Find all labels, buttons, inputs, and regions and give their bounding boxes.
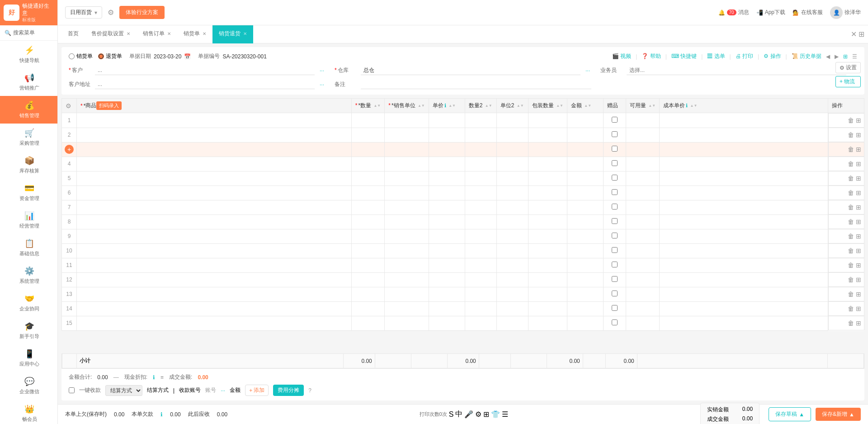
list-view-icon[interactable]: ⊞ bbox=[843, 53, 848, 60]
copy-row-btn-12[interactable]: ⊞ bbox=[856, 276, 861, 283]
qty2-sort-icon[interactable]: ▲▼ bbox=[485, 104, 492, 108]
product-input-3[interactable] bbox=[80, 146, 349, 152]
tab-sales-order[interactable]: 销售订单 ✕ bbox=[137, 25, 177, 43]
account-picker-icon[interactable]: ··· bbox=[221, 387, 225, 394]
tab-sales[interactable]: 销货单 ✕ bbox=[177, 25, 212, 43]
detail-view-icon[interactable]: ☰ bbox=[852, 53, 857, 60]
delete-row-btn-5[interactable]: 🗑 bbox=[848, 175, 854, 182]
sidebar-item-marketing[interactable]: 📢 营销推广 bbox=[0, 68, 57, 96]
copy-row-btn-10[interactable]: ⊞ bbox=[856, 247, 861, 254]
sidebar-item-basic-info[interactable]: 📋 基础信息 bbox=[0, 234, 57, 262]
delete-row-btn-7[interactable]: 🗑 bbox=[848, 204, 854, 211]
tab-return-close-icon[interactable]: ✕ bbox=[243, 31, 247, 36]
sidebar-item-operations[interactable]: 📊 经营管理 bbox=[0, 206, 57, 234]
cost-price-info-icon[interactable]: ℹ bbox=[686, 103, 688, 108]
next-icon[interactable]: ▶ bbox=[835, 53, 839, 60]
pkg-qty-sort-icon[interactable]: ▲▼ bbox=[556, 104, 563, 108]
copy-row-btn-6[interactable]: ⊞ bbox=[856, 189, 861, 196]
warehouse-input[interactable] bbox=[361, 66, 580, 75]
cost-sort-icon[interactable]: ▲▼ bbox=[690, 104, 698, 108]
table-gear-icon[interactable]: ⚙ bbox=[66, 102, 71, 110]
delete-row-btn-11[interactable]: 🗑 bbox=[848, 262, 854, 269]
gift-checkbox-5[interactable] bbox=[612, 175, 618, 181]
tab-price-setting[interactable]: 售价提取设置 ✕ bbox=[85, 25, 137, 43]
copy-row-btn-5[interactable]: ⊞ bbox=[856, 175, 861, 182]
mic-icon[interactable]: 🎤 bbox=[464, 410, 473, 419]
delete-row-btn-14[interactable]: 🗑 bbox=[848, 305, 854, 312]
copy-row-btn-2[interactable]: ⊞ bbox=[856, 131, 861, 138]
available-sort-icon[interactable]: ▲▼ bbox=[648, 104, 656, 108]
price-sort-icon[interactable]: ▲▼ bbox=[448, 104, 456, 108]
delete-row-btn-13[interactable]: 🗑 bbox=[848, 291, 854, 298]
unit-sort-icon[interactable]: ▲▼ bbox=[418, 104, 425, 108]
sidebar-item-member[interactable]: 👑 畅会员 bbox=[0, 400, 57, 424]
sidebar-item-app-center[interactable]: 📱 应用中心 bbox=[0, 344, 57, 372]
online-service-item[interactable]: 💁 在线客服 bbox=[793, 9, 823, 16]
copy-row-btn-14[interactable]: ⊞ bbox=[856, 305, 861, 312]
delete-row-btn-4[interactable]: 🗑 bbox=[848, 160, 854, 167]
topbar-gear-icon[interactable]: ⚙ bbox=[108, 8, 114, 17]
tab-home[interactable]: 首页 bbox=[61, 25, 85, 43]
add-payment-btn[interactable]: + 添加 bbox=[245, 385, 269, 396]
customer-input[interactable] bbox=[95, 66, 315, 75]
unit2-sort-icon[interactable]: ▲▼ bbox=[517, 104, 524, 108]
experience-btn[interactable]: 体验行业方案 bbox=[119, 6, 165, 19]
settings-btn[interactable]: ⚙ 设置 bbox=[835, 62, 861, 73]
delete-row-btn-6[interactable]: 🗑 bbox=[848, 189, 854, 196]
logistics-btn[interactable]: + 物流 bbox=[835, 76, 861, 87]
gift-checkbox-8[interactable] bbox=[612, 218, 618, 224]
gift-checkbox-4[interactable] bbox=[612, 160, 618, 166]
tab-return[interactable]: 销货退货 ✕ bbox=[212, 25, 253, 43]
copy-row-btn-9[interactable]: ⊞ bbox=[856, 233, 861, 240]
radio-sale[interactable]: 销货单 bbox=[69, 52, 93, 60]
warehouse-picker-icon[interactable]: ··· bbox=[584, 66, 591, 75]
debt-info-icon[interactable]: ℹ bbox=[160, 411, 163, 418]
radio-return[interactable]: 退货单 bbox=[98, 52, 122, 60]
customer-picker-icon[interactable]: ··· bbox=[318, 66, 326, 75]
sidebar-search[interactable]: 🔍 搜索菜单 bbox=[0, 25, 57, 41]
fee-split-btn[interactable]: 费用分摊 bbox=[273, 385, 304, 396]
copy-row-btn-8[interactable]: ⊞ bbox=[856, 218, 861, 225]
tabbar-expand-icon[interactable]: ⊞ bbox=[859, 30, 864, 38]
salesperson-input[interactable] bbox=[627, 66, 846, 75]
gift-checkbox-6[interactable] bbox=[612, 189, 618, 195]
save-new-btn[interactable]: 保存&新增 ▲ bbox=[816, 408, 861, 421]
sidebar-item-purchase[interactable]: 🛒 采购管理 bbox=[0, 124, 57, 151]
delete-row-btn-3[interactable]: 🗑 bbox=[848, 146, 854, 153]
note-input[interactable] bbox=[361, 80, 591, 89]
delete-row-btn-10[interactable]: 🗑 bbox=[848, 247, 854, 254]
sogou-icon[interactable]: S bbox=[449, 410, 454, 419]
gift-checkbox-1[interactable] bbox=[612, 117, 618, 123]
operate-link[interactable]: ⚙ 操作 bbox=[764, 52, 781, 60]
help-link[interactable]: ❓ 帮助 bbox=[642, 52, 660, 60]
prev-icon[interactable]: ◀ bbox=[826, 53, 830, 60]
delete-row-btn-9[interactable]: 🗑 bbox=[848, 233, 854, 240]
copy-row-btn-4[interactable]: ⊞ bbox=[856, 160, 861, 167]
sidebar-item-finance[interactable]: 💳 资金管理 bbox=[0, 179, 57, 206]
address-input[interactable] bbox=[95, 80, 315, 89]
category-select[interactable]: 日用百货 ▾ bbox=[65, 6, 102, 19]
sidebar-item-cooperation[interactable]: 🤝 企业协同 bbox=[0, 289, 57, 317]
gift-checkbox-2[interactable] bbox=[612, 131, 618, 137]
delete-row-btn-12[interactable]: 🗑 bbox=[848, 276, 854, 283]
table-container[interactable]: ⚙ * 商品 扫码录入 *数量 bbox=[61, 98, 864, 353]
tab-price-close-icon[interactable]: ✕ bbox=[127, 31, 130, 36]
tab-sales-close-icon[interactable]: ✕ bbox=[203, 31, 206, 36]
calc-method-select[interactable]: 结算方式 bbox=[105, 385, 142, 396]
gift-checkbox-10[interactable] bbox=[612, 247, 618, 253]
one-click-payment-checkbox[interactable] bbox=[69, 387, 75, 393]
tab-sales-order-close-icon[interactable]: ✕ bbox=[167, 31, 171, 36]
price-info-icon[interactable]: ℹ bbox=[444, 103, 446, 108]
amount-sort-icon[interactable]: ▲▼ bbox=[584, 104, 591, 108]
user-profile-item[interactable]: 👤 徐泽华 bbox=[830, 6, 861, 19]
notification-item[interactable]: 🔔 70 消息 bbox=[718, 9, 749, 16]
address-picker-icon[interactable]: ··· bbox=[318, 80, 326, 89]
table-icon[interactable]: ⊞ bbox=[483, 410, 489, 419]
sidebar-item-system[interactable]: ⚙️ 系统管理 bbox=[0, 262, 57, 289]
save-draft-btn[interactable]: 保存草稿 ▲ bbox=[769, 407, 811, 421]
delete-row-btn-2[interactable]: 🗑 bbox=[848, 131, 854, 138]
sidebar-item-sales[interactable]: 💰 销售管理 bbox=[0, 96, 57, 124]
calendar-icon[interactable]: 📅 bbox=[184, 53, 191, 60]
discount-info-icon[interactable]: ℹ bbox=[153, 374, 155, 381]
gift-checkbox-11[interactable] bbox=[612, 262, 618, 267]
